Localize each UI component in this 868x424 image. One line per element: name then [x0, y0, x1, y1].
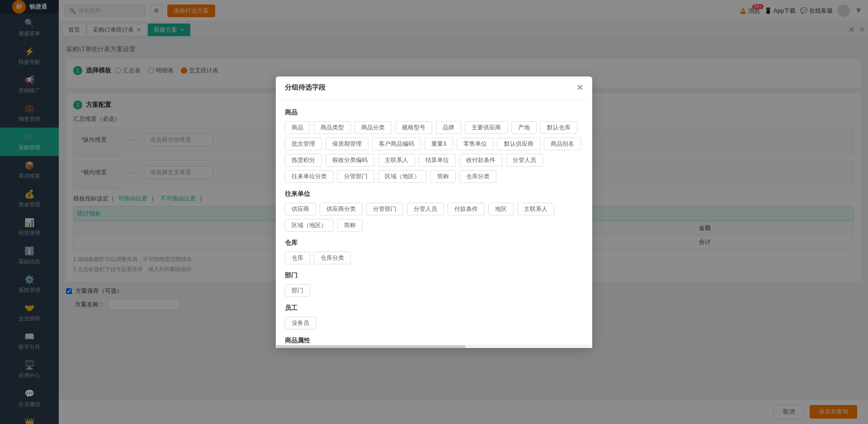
- dialog-header: 分组待选字段 ✕: [276, 76, 592, 100]
- field-tag-0-14[interactable]: 商品别名: [544, 138, 581, 150]
- field-tag-1-1[interactable]: 供应商分类: [320, 203, 363, 215]
- field-tag-1-6[interactable]: 主联系人: [517, 203, 554, 215]
- field-tag-1-3[interactable]: 分管人员: [407, 203, 444, 215]
- field-tag-0-17[interactable]: 主联系人: [378, 154, 415, 167]
- field-tag-0-9[interactable]: 保质期管理: [326, 138, 368, 150]
- field-tag-0-24[interactable]: 简称: [430, 170, 456, 183]
- section-grid-1: 供应商供应商分类分管部门分管人员付款条件地区主联系人区域（地区）简称: [285, 203, 583, 232]
- field-tag-0-5[interactable]: 主要供应商: [465, 121, 508, 134]
- field-tag-2-1[interactable]: 仓库分类: [314, 252, 351, 264]
- section-grid-0: 商品商品类型商品分类规格型号品牌主要供应商产地默认仓库批次管理保质期管理客户商品…: [285, 121, 583, 183]
- field-tag-0-20[interactable]: 分管人员: [506, 154, 543, 167]
- scrollbar-thumb: [276, 345, 466, 348]
- section-grid-3: 部门: [285, 284, 583, 297]
- field-tag-3-0[interactable]: 部门: [285, 284, 310, 297]
- field-tag-0-22[interactable]: 分管部门: [337, 170, 374, 183]
- section-title-3: 部门: [285, 272, 583, 280]
- field-tag-1-0[interactable]: 供应商: [285, 203, 316, 215]
- field-tag-0-6[interactable]: 产地: [511, 121, 537, 134]
- field-tag-0-13[interactable]: 默认供应商: [497, 138, 540, 150]
- field-tag-0-15[interactable]: 拣货积分: [285, 154, 322, 167]
- section-title-1: 往来单位: [285, 190, 583, 198]
- dialog-title: 分组待选字段: [285, 83, 326, 92]
- field-selection-dialog: 分组待选字段 ✕ 商品商品商品类型商品分类规格型号品牌主要供应商产地默认仓库批次…: [276, 76, 592, 348]
- field-tag-0-0[interactable]: 商品: [285, 121, 310, 134]
- field-tag-1-5[interactable]: 地区: [488, 203, 514, 215]
- section-title-4: 员工: [285, 304, 583, 312]
- field-tag-0-7[interactable]: 默认仓库: [540, 121, 577, 134]
- dialog-overlay: 分组待选字段 ✕ 商品商品商品类型商品分类规格型号品牌主要供应商产地默认仓库批次…: [0, 0, 868, 424]
- field-tag-0-12[interactable]: 零售单位: [457, 138, 494, 150]
- field-tag-0-21[interactable]: 往来单位分类: [285, 170, 334, 183]
- dialog-body: 商品商品商品类型商品分类规格型号品牌主要供应商产地默认仓库批次管理保质期管理客户…: [276, 100, 592, 345]
- field-tag-0-19[interactable]: 收付款条件: [459, 154, 502, 167]
- field-tag-0-8[interactable]: 批次管理: [285, 138, 322, 150]
- field-tag-0-25[interactable]: 仓库分类: [459, 170, 496, 183]
- field-tag-0-16[interactable]: 税收分类编码: [326, 154, 374, 167]
- section-grid-4: 业务员: [285, 317, 583, 329]
- field-tag-0-10[interactable]: 客户商品编码: [372, 138, 421, 150]
- horizontal-scrollbar[interactable]: [276, 345, 592, 348]
- dialog-close-button[interactable]: ✕: [576, 83, 583, 93]
- field-tag-0-1[interactable]: 商品类型: [314, 121, 351, 134]
- section-title-0: 商品: [285, 109, 583, 117]
- field-tag-1-7[interactable]: 区域（地区）: [285, 219, 334, 232]
- field-tag-2-0[interactable]: 仓库: [285, 252, 310, 264]
- field-tag-1-8[interactable]: 简称: [337, 219, 363, 232]
- field-tag-0-23[interactable]: 区域（地区）: [378, 170, 427, 183]
- field-tag-0-4[interactable]: 品牌: [436, 121, 461, 134]
- field-tag-1-4[interactable]: 付款条件: [448, 203, 485, 215]
- section-grid-2: 仓库仓库分类: [285, 252, 583, 264]
- field-tag-0-18[interactable]: 结算单位: [419, 154, 456, 167]
- field-tag-0-11[interactable]: 重量3: [425, 138, 453, 150]
- section-title-2: 仓库: [285, 239, 583, 247]
- field-tag-0-2[interactable]: 商品分类: [354, 121, 392, 134]
- field-tag-1-2[interactable]: 分管部门: [366, 203, 403, 215]
- field-tag-0-3[interactable]: 规格型号: [395, 121, 432, 134]
- field-tag-4-0[interactable]: 业务员: [285, 317, 316, 329]
- section-title-5: 商品属性: [285, 337, 583, 345]
